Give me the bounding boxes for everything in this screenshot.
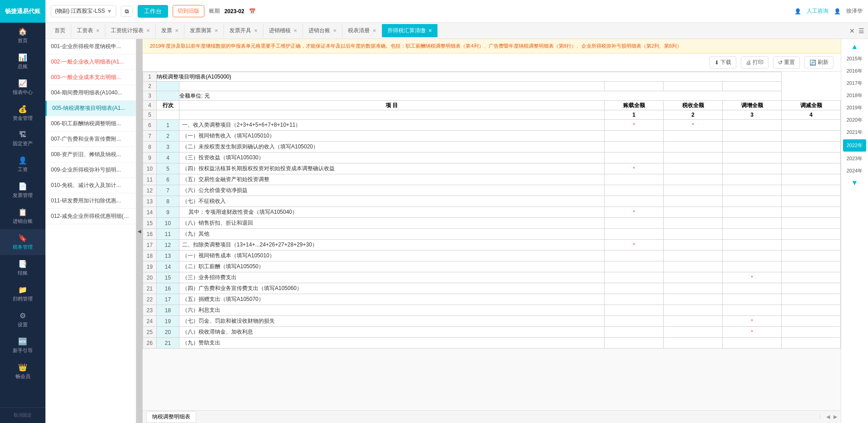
tab-close-icon[interactable]: ✕	[96, 28, 99, 33]
tab-close-icon[interactable]: ✕	[214, 28, 218, 33]
cell[interactable]	[179, 82, 605, 91]
cell[interactable]	[664, 82, 723, 91]
left-item-003[interactable]: 003-一般企业成本支出明细...	[45, 70, 136, 85]
workbench-button[interactable]: 工作台	[138, 5, 168, 18]
cell[interactable]	[723, 82, 782, 91]
spreadsheet: 1 纳税调整项目明细表(A105000) 2 3	[143, 72, 841, 349]
year-2017[interactable]: 2017年	[841, 77, 868, 89]
bottom-tab-item[interactable]: 纳税调整明细表	[146, 411, 196, 423]
tab-home[interactable]: 首页	[49, 24, 71, 37]
cell[interactable]	[157, 91, 179, 101]
tab-close-icon[interactable]: ✕	[175, 28, 179, 33]
download-button[interactable]: ⬇ 下载	[709, 56, 736, 69]
left-item-005[interactable]: 005-纳税调整项目明细表(A1...	[45, 101, 136, 116]
close-all-icon[interactable]: ✕	[849, 27, 855, 34]
left-item-012[interactable]: 012-减免企业所得税优惠明细(…	[45, 209, 136, 224]
left-item-009[interactable]: 009-企业所得税弥补亏损明...	[45, 162, 136, 178]
sidebar-unpin[interactable]: 取消固定	[0, 407, 45, 423]
left-item-006[interactable]: 006-职工薪酬纳税调整明细...	[45, 116, 136, 132]
sidebar-item-tax[interactable]: 🔖 税务管理	[0, 229, 45, 255]
consult-label[interactable]: 人工咨询	[807, 7, 828, 15]
year-2016[interactable]: 2016年	[841, 65, 868, 77]
tab-purchase-ledger[interactable]: 进销台账✕	[303, 24, 342, 37]
row-number: 5	[143, 110, 157, 120]
tab-close-icon[interactable]: ✕	[372, 28, 376, 33]
cell[interactable]	[157, 82, 179, 91]
sidebar-item-ledger[interactable]: 📊 总账	[0, 49, 45, 74]
company-selector[interactable]: (物副) 江西股宝-LSS ▼	[51, 5, 116, 17]
col-header-item: 项 目	[179, 101, 605, 110]
tab-close-icon[interactable]: ✕	[293, 28, 297, 33]
sidebar-item-finance[interactable]: 💰 资金管理	[0, 100, 45, 126]
tab-invoice-calc[interactable]: 发票测算✕	[184, 24, 224, 37]
print-button[interactable]: 🖨 打印	[741, 56, 769, 69]
sidebar-item-label: 总账	[18, 63, 28, 70]
tab-salary[interactable]: 工资表✕	[71, 24, 105, 37]
sidebar-item-closing[interactable]: 📑 结账	[0, 255, 45, 281]
sidebar-item-archive[interactable]: 📁 归档管理	[0, 281, 45, 307]
year-2023[interactable]: 2023年	[841, 152, 868, 165]
refresh-button[interactable]: 🔄 刷新	[804, 56, 833, 69]
year-up-icon[interactable]: ▲	[849, 41, 860, 53]
sidebar-item-member[interactable]: 👑 畅会员	[0, 359, 45, 384]
sidebar-item-label: 进销台账	[13, 218, 33, 225]
reports-icon: 📈	[18, 79, 27, 88]
sidebar-item-salary[interactable]: 👤 工资	[0, 152, 45, 177]
tab-close-icon[interactable]: ✕	[333, 28, 337, 33]
row-number: 3	[143, 91, 157, 101]
tab-tax-table[interactable]: 税表清册✕	[342, 24, 382, 37]
table-row: 13 8 （七）不征税收入	[143, 196, 841, 207]
old-version-button[interactable]: 切到旧版	[173, 5, 204, 17]
sheet-container: 1 纳税调整项目明细表(A105000) 2 3	[143, 72, 841, 410]
warning-text: 2019年度涉及取以前年度继续数据的申报表单元格需要手工维护正确，才能保证本年及…	[150, 43, 682, 49]
year-2021[interactable]: 2021年	[841, 126, 868, 138]
sidebar-item-guide[interactable]: 🆕 新手引导	[0, 333, 45, 359]
sidebar-item-label: 设置	[18, 321, 28, 328]
tab-close-icon[interactable]: ✕	[254, 28, 258, 33]
scroll-left-icon[interactable]: ⋮	[818, 414, 823, 420]
tab-income-tax[interactable]: 所得税汇算清缴✕	[382, 24, 438, 37]
user-label[interactable]: 徐泽华	[846, 7, 863, 15]
year-2015[interactable]: 2015年	[841, 53, 868, 65]
sidebar-item-assets[interactable]: 🏗 固定资产	[0, 126, 45, 152]
left-item-004[interactable]: 004-期间费用明细表(A1040...	[45, 85, 136, 101]
sidebar-item-purchase[interactable]: 📋 进销台账	[0, 203, 45, 229]
table-row: 15 10 （八）销售折扣、折让和退回	[143, 218, 841, 229]
warning-bar: 2019年度涉及取以前年度继续数据的申报表单元格需要手工维护正确，才能保证本年及…	[143, 39, 841, 54]
sidebar-item-invoice[interactable]: 📄 发票管理	[0, 177, 45, 203]
prev-page-icon[interactable]: ◀	[826, 414, 830, 420]
reset-icon: ↺	[778, 59, 783, 66]
left-item-010[interactable]: 010-免税、减计收入及加计...	[45, 178, 136, 193]
menu-icon[interactable]: ☰	[858, 27, 864, 34]
copy-button[interactable]: ⧉	[121, 6, 133, 17]
tab-salary-report[interactable]: 工资统计报表✕	[105, 24, 156, 37]
year-2020[interactable]: 2020年	[841, 114, 868, 126]
collapse-button[interactable]: ◀	[136, 39, 143, 423]
year-2022[interactable]: 2022年	[843, 139, 866, 152]
sidebar-item-reports[interactable]: 📈 报表中心	[0, 74, 45, 100]
sidebar-item-home[interactable]: 🏠 首页	[0, 23, 45, 49]
tab-close-icon[interactable]: ✕	[146, 28, 150, 33]
next-page-icon[interactable]: ▶	[833, 414, 837, 420]
left-item-002[interactable]: 002-一般企业收入明细表(A1...	[45, 54, 136, 70]
tab-invoice[interactable]: 发票✕	[156, 24, 184, 37]
bottom-bar: 纳税调整明细表 ⋮ ◀ ▶	[143, 410, 841, 423]
year-down-icon[interactable]: ▼	[849, 177, 860, 189]
table-row: 23 18 （六）利息支出	[143, 305, 841, 316]
reset-button[interactable]: ↺ 重置	[773, 56, 800, 69]
tab-purchase-check[interactable]: 进销稽核✕	[263, 24, 303, 37]
table-row: 14 9 其中：专项用途财政性资金（填写A105040） *	[143, 207, 841, 218]
left-item-011[interactable]: 011-研发费用加计扣除优惠...	[45, 193, 136, 209]
cell[interactable]	[605, 82, 664, 91]
tab-invoice-open[interactable]: 发票开具✕	[224, 24, 263, 37]
left-item-007[interactable]: 007-广告费和业务宣传费附...	[45, 132, 136, 147]
year-2018[interactable]: 2018年	[841, 89, 868, 102]
col-header-decrease: 调减全额	[782, 101, 841, 110]
left-item-008[interactable]: 008-资产折旧、摊销及纳税...	[45, 147, 136, 162]
tab-close-icon[interactable]: ✕	[428, 28, 432, 33]
closing-icon: 📑	[18, 260, 27, 268]
year-2019[interactable]: 2019年	[841, 102, 868, 114]
year-2024[interactable]: 2024年	[841, 165, 868, 177]
sidebar-item-settings[interactable]: ⚙ 设置	[0, 307, 45, 333]
left-item-001[interactable]: 001-企业所得税年度纳税申...	[45, 39, 136, 54]
